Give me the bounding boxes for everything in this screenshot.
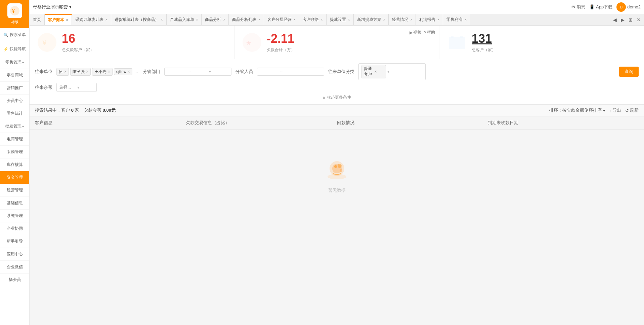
tag-remove-common[interactable]: ×: [374, 69, 384, 74]
tab-close-1[interactable]: ×: [66, 18, 68, 22]
result-info: 搜索结果中，客户 0 家 欠款金额 0.00元: [35, 107, 116, 113]
tab-item-1[interactable]: 客户账本×: [45, 14, 72, 26]
tab-close-2[interactable]: ×: [105, 18, 108, 22]
tab-item-8[interactable]: 客户联络×: [299, 14, 327, 26]
tab-item-13[interactable]: 零售利润×: [443, 14, 470, 26]
tag-remove-chen[interactable]: ×: [86, 69, 88, 74]
sidebar-item-11[interactable]: 基础信息: [0, 197, 29, 210]
sidebar-item-6[interactable]: 电商管理: [0, 133, 29, 146]
sidebar-logo[interactable]: ¥ 标版: [0, 0, 29, 28]
tab-label-12: 利润报告: [419, 17, 435, 23]
tab-item-4[interactable]: 产成品入库单×: [167, 14, 202, 26]
query-button[interactable]: 查询: [619, 67, 639, 77]
sidebar-item-12[interactable]: 系统管理: [0, 210, 29, 222]
sidebar-label-4: 零售统计: [7, 111, 23, 116]
tab-item-0[interactable]: 首页: [30, 14, 45, 26]
person-select[interactable]: ···: [257, 68, 324, 76]
sidebar-item-13[interactable]: 企业协同: [0, 222, 29, 235]
tab-close-4[interactable]: ×: [196, 18, 198, 22]
remainder-select[interactable]: 选择... ▾: [56, 83, 97, 92]
tab-close-5[interactable]: ×: [223, 18, 225, 22]
sidebar-logo-text: 标版: [11, 20, 18, 25]
sidebar-item-14[interactable]: 新手引导: [0, 235, 29, 248]
search-menu-button[interactable]: 🔍 搜索菜单: [2, 31, 27, 39]
sidebar-item-3[interactable]: 会员中心: [0, 95, 29, 107]
sidebar-item-7[interactable]: 采购管理: [0, 146, 29, 158]
filter-tag-common[interactable]: 普通客户 ×: [361, 65, 386, 78]
tab-item-7[interactable]: 客户分层经营×: [264, 14, 299, 26]
tabs-scroll-left-button[interactable]: ◀: [612, 16, 618, 23]
sidebar-item-8[interactable]: 库存核算: [0, 158, 29, 171]
tag-remove-cj[interactable]: ×: [128, 69, 130, 74]
video-button[interactable]: ▶ 视频: [410, 30, 421, 35]
tab-close-11[interactable]: ×: [410, 18, 412, 22]
tab-item-3[interactable]: 进货单统计表（按商品）×: [111, 14, 167, 26]
sidebar-item-17[interactable]: 畅会员: [0, 274, 29, 286]
tabs-scroll-right-button[interactable]: ▶: [619, 16, 626, 23]
tab-label-9: 提成设置: [330, 17, 346, 23]
tag-remove-wang[interactable]: ×: [108, 69, 110, 74]
account-selector[interactable]: 母婴行业演示账套 ▾: [33, 4, 72, 10]
filter-tag-wu[interactable]: 伍 ×: [56, 68, 69, 76]
account-name: 母婴行业演示账套: [33, 4, 68, 10]
app-download-button[interactable]: 📱 App下载: [589, 4, 612, 10]
filter-row-2: 往来余额 选择... ▾: [35, 83, 639, 92]
user-profile[interactable]: D demo2: [616, 2, 641, 12]
tab-item-6[interactable]: 商品分析列表×: [229, 14, 264, 26]
tab-close-6[interactable]: ×: [258, 18, 260, 22]
nav-icon: ⚡: [3, 47, 8, 51]
tabs-close-all-button[interactable]: ✕: [635, 16, 642, 23]
tab-close-12[interactable]: ×: [437, 18, 439, 22]
sidebar-item-1[interactable]: 零售商城: [0, 69, 29, 82]
unit-class-tags: 普通客户 ×: [361, 65, 386, 78]
quick-nav-button[interactable]: ⚡ 快捷导航: [2, 45, 27, 53]
filter-tag-cj[interactable]: cjttcw ×: [114, 68, 132, 75]
content-area: ¥ 16 总欠款客户（家） ★ -2.11 欠款合计（万）: [30, 26, 644, 325]
remainder-arrow-icon: ▾: [77, 85, 94, 90]
svg-point-12: [334, 165, 337, 168]
tab-close-9[interactable]: ×: [348, 18, 350, 22]
sidebar-item-5[interactable]: 批发管理▾: [0, 120, 29, 133]
tab-item-10[interactable]: 新增提成方案×: [354, 14, 389, 26]
sidebar-item-0[interactable]: 零售管理▾: [0, 56, 29, 69]
summary-card-customers: ¥ 16 总欠款客户（家）: [30, 26, 234, 59]
more-tags-button[interactable]: ···: [134, 69, 139, 74]
tab-close-3[interactable]: ×: [161, 18, 163, 22]
tab-close-10[interactable]: ×: [383, 18, 385, 22]
sidebar-item-16[interactable]: 企业微信: [0, 261, 29, 274]
sidebar-item-9[interactable]: 资金管理: [0, 171, 29, 184]
sidebar-item-2[interactable]: 营销推广: [0, 82, 29, 95]
dept-select[interactable]: ··· ▾: [164, 68, 231, 76]
tag-remove-wu[interactable]: ×: [64, 69, 67, 74]
tab-close-7[interactable]: ×: [294, 18, 296, 22]
tab-item-9[interactable]: 提成设置×: [327, 14, 354, 26]
refresh-button[interactable]: ↺ 刷新: [625, 107, 639, 113]
sidebar-item-15[interactable]: 应用中心: [0, 248, 29, 261]
tab-close-8[interactable]: ×: [321, 18, 323, 22]
sort-selector[interactable]: 排序：按欠款金额倒序排序 ▾: [549, 107, 605, 113]
message-button[interactable]: ✉ 消息: [571, 4, 585, 10]
filter-tag-chen[interactable]: 陈民强 ×: [70, 68, 91, 76]
debt-value: 0.00元: [103, 108, 116, 113]
tab-label-8: 客户联络: [303, 17, 319, 23]
tab-item-12[interactable]: 利润报告×: [416, 14, 443, 26]
unit-class-select[interactable]: 普通客户 × ▾: [358, 63, 426, 80]
tab-close-13[interactable]: ×: [465, 18, 467, 22]
sidebar-label-5: 批发管理: [5, 123, 22, 129]
tab-item-11[interactable]: 经营情况×: [389, 14, 416, 26]
result-actions: 排序：按欠款金额倒序排序 ▾ ↑ 导出 ↺ 刷新: [549, 107, 639, 113]
tag-value-cj: cjttcw: [116, 69, 126, 74]
export-button[interactable]: ↑ 导出: [609, 107, 621, 113]
collapse-button[interactable]: ∧ 收起更多条件: [35, 95, 639, 100]
sidebar-item-4[interactable]: 零售统计: [0, 107, 29, 120]
sidebar-item-10[interactable]: 经营管理: [0, 184, 29, 197]
tabs-expand-button[interactable]: ⊞: [627, 16, 634, 23]
svg-point-4: [243, 33, 261, 52]
search-icon: 🔍: [3, 33, 8, 37]
svg-point-2: [38, 33, 56, 52]
tab-item-2[interactable]: 采购订单统计表×: [72, 14, 111, 26]
card2-body: -2.11 欠款合计（万）: [267, 32, 295, 53]
filter-tag-wang[interactable]: 王小亮 ×: [92, 68, 113, 76]
help-button[interactable]: ? 帮助: [424, 30, 435, 35]
tab-item-5[interactable]: 商品分析×: [202, 14, 229, 26]
